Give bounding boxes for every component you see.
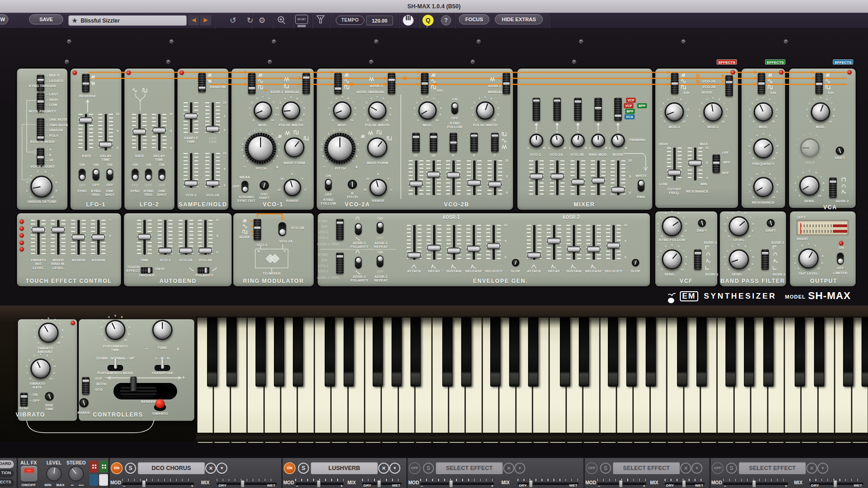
sh-source-switch[interactable] [198,73,206,92]
fx-solo-button[interactable]: S [423,463,434,474]
slider-handle[interactable] [668,170,681,176]
vco2b-8-wave[interactable] [450,133,457,152]
vco2b-kybd-follow-switch[interactable] [452,102,458,114]
fx-level-knob[interactable] [46,466,62,482]
joystick-slot[interactable] [107,365,123,371]
vco2b-4-wave[interactable] [470,133,478,152]
vco1-osc-drift-knob[interactable] [260,181,269,190]
fx-mix-thumb[interactable] [377,480,381,488]
vcf-drift-knob[interactable] [698,219,706,227]
vco2b-mod-source[interactable] [421,73,428,94]
fx-power-button[interactable]: OFF [712,462,724,474]
vco2b-16-wave[interactable] [430,133,437,152]
fx-mod-thumb[interactable] [142,480,146,488]
vcf-filter-type[interactable] [713,154,720,173]
all-fx-button[interactable] [21,466,37,482]
mixer-noise-color-switch[interactable] [638,180,645,192]
vco1-sync-out-switch[interactable] [242,181,249,193]
fx-mix-thumb[interactable] [833,480,838,488]
fx-stereo-knob[interactable] [68,466,84,482]
fx-name-field[interactable]: LUSHVERB [311,462,378,474]
fx-power-button[interactable]: OFF [586,462,598,474]
vco1-mod-source[interactable] [248,73,256,94]
slider-handle[interactable] [551,173,564,179]
slider-handle[interactable] [427,171,440,177]
slider-handle[interactable] [428,245,440,251]
vco2a-pw-source[interactable] [388,73,395,94]
fx-name-field[interactable]: SELECT EFFECT [613,462,680,474]
vibrato-button-cap[interactable] [155,399,165,408]
fx-name-field[interactable]: SELECT EFFECT [436,462,503,474]
bpf-drift-knob[interactable] [767,219,775,227]
vca-drift-knob[interactable] [836,147,844,155]
lfo2-sync-toggle[interactable] [132,169,139,181]
slider-handle[interactable] [530,173,543,179]
left-panel-button[interactable]: ECTS [0,479,14,487]
limiter-switch[interactable] [837,253,844,265]
lfo2-kybd-trig-toggle[interactable] [145,169,152,181]
mixer-vco2a-route[interactable] [553,98,561,121]
slider-handle[interactable] [567,246,580,252]
fx-expand-button[interactable]: ▼ [216,463,227,474]
voice-count-switch[interactable] [37,148,44,166]
slider-handle[interactable] [199,247,212,253]
joystick-slot[interactable] [155,365,170,371]
fx-tile[interactable] [89,461,98,472]
slider-handle[interactable] [528,252,541,258]
fx-solo-button[interactable]: S [125,463,136,474]
autobend-polarity-switch[interactable] [197,267,209,273]
fx-mod-thumb[interactable] [449,480,453,488]
bpf-mod-source[interactable] [758,73,765,94]
slider-handle[interactable] [689,160,702,166]
slider-handle[interactable] [133,129,146,135]
kybd-trigger-switch[interactable] [37,75,44,91]
fx-remove-button[interactable]: ✕ [205,463,216,474]
fx-remove-button[interactable]: ✕ [503,463,514,474]
vca-mod-source[interactable] [815,73,823,94]
vcf-mod1-source[interactable] [671,73,678,94]
fx-expand-button[interactable]: ▼ [514,463,525,474]
slider-handle[interactable] [408,252,421,258]
slider-handle[interactable] [32,227,45,233]
slider-handle[interactable] [206,126,219,132]
fx-expand-button[interactable]: ▼ [817,463,828,474]
slider-handle[interactable] [587,246,600,252]
vco1-pw-source[interactable] [303,73,310,94]
fx-power-button[interactable]: ON [284,462,296,474]
slider-handle[interactable] [571,179,584,185]
bender-lever-handle[interactable] [131,376,137,391]
slider-handle[interactable] [447,172,460,178]
fx-power-button[interactable]: ON [111,462,123,474]
slider-handle[interactable] [488,181,501,187]
fx-remove-button[interactable]: ✕ [680,463,691,474]
vco2b-pw-source[interactable] [503,73,510,94]
slider-handle[interactable] [153,127,166,133]
fx-expand-button[interactable]: ▼ [691,463,702,474]
mixer-noise-route[interactable] [614,98,622,121]
fx-power-button[interactable]: OFF [409,462,421,474]
slider-handle[interactable] [206,180,219,186]
slider-handle[interactable] [467,246,480,252]
fx-expand-button[interactable]: ▼ [389,463,400,474]
ringmod-x-source[interactable] [254,219,261,240]
fx-solo-button[interactable]: S [726,463,737,474]
mixer-ringmod-route[interactable] [595,98,602,121]
fx-mix-thumb[interactable] [682,480,686,488]
vcf-mod2-source[interactable] [725,75,733,96]
adsr2-slop-knob[interactable] [632,259,639,266]
fx-remove-button[interactable]: ✕ [378,463,389,474]
mixer-vco1-route[interactable] [533,98,540,121]
slider-handle[interactable] [179,247,192,253]
left-panel-button[interactable]: OARD [0,460,14,468]
slider-handle[interactable] [184,113,197,119]
adsr1-slop-knob[interactable] [512,259,519,266]
lfo1-kybd-trig-toggle[interactable] [93,169,100,181]
slider-handle[interactable] [92,234,105,240]
bender-target-switch[interactable] [82,377,89,394]
rise-time-knob[interactable] [45,392,54,401]
adsr1-trig-select[interactable] [336,219,344,240]
fx-tile[interactable] [99,461,108,472]
fx-mod-thumb[interactable] [317,480,321,488]
fx-name-field[interactable]: DCO CHORUS [138,462,205,474]
vca-env-select[interactable] [829,177,837,198]
